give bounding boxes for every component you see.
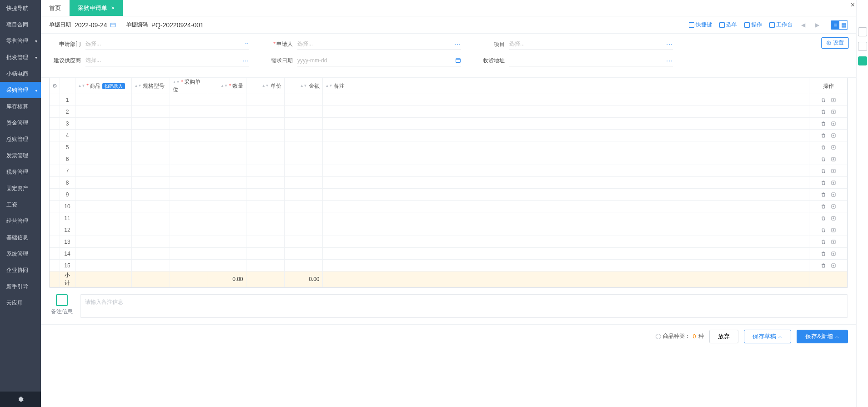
add-icon[interactable] [831, 251, 836, 256]
table-row[interactable]: 14 [50, 248, 848, 260]
add-icon[interactable] [831, 109, 836, 115]
add-icon[interactable] [831, 121, 836, 126]
link-shortcut[interactable]: 快捷键 [689, 21, 712, 29]
sidebar-item-17[interactable]: 新手引导 [0, 278, 41, 295]
sidebar-item-12[interactable]: 工资 [0, 196, 41, 213]
grid-settings-icon[interactable]: ⚙ [50, 78, 60, 94]
calendar-icon[interactable] [110, 22, 116, 28]
delete-icon[interactable] [821, 192, 826, 197]
sidebar-item-5[interactable]: 采购管理◂ [0, 82, 41, 98]
table-row[interactable]: 12 [50, 224, 848, 236]
sidebar-item-14[interactable]: 基础信息 [0, 229, 41, 246]
sidebar-item-16[interactable]: 企业协同 [0, 262, 41, 278]
close-icon[interactable]: × [851, 1, 855, 9]
table-row[interactable]: 4 [50, 130, 848, 141]
table-row[interactable]: 7 [50, 165, 848, 177]
col-spec[interactable]: ▲▼规格型号 [131, 78, 170, 94]
sidebar-item-6[interactable]: 库存核算 [0, 98, 41, 115]
add-icon[interactable] [831, 168, 836, 174]
col-price[interactable]: ▲▼单价 [246, 78, 284, 94]
sidebar-item-1[interactable]: 项目合同 [0, 16, 41, 33]
link-workbench[interactable]: 工作台 [769, 21, 793, 29]
discard-button[interactable]: 放弃 [709, 330, 738, 343]
sidebar-item-0[interactable]: 快捷导航 [0, 0, 41, 16]
project-select[interactable]: 选择...··· [509, 38, 673, 50]
save-draft-button[interactable]: 保存草稿︿ [744, 330, 791, 343]
table-row[interactable]: 10 [50, 201, 848, 212]
add-icon[interactable] [831, 239, 836, 245]
scan-badge[interactable]: 扫码录入 [102, 83, 125, 89]
applicant-select[interactable]: 选择...··· [297, 38, 461, 50]
col-unit[interactable]: ▲▼*采购单位 [170, 78, 208, 94]
add-icon[interactable] [831, 227, 836, 233]
table-row[interactable]: 15 [50, 260, 848, 271]
delete-icon[interactable] [821, 133, 826, 138]
delete-icon[interactable] [821, 145, 826, 150]
sidebar-item-7[interactable]: 资金管理 [0, 115, 41, 131]
table-row[interactable]: 2 [50, 106, 848, 118]
col-product[interactable]: ▲▼*商品扫码录入 [75, 78, 131, 94]
add-icon[interactable] [831, 216, 836, 221]
rail-attach-icon[interactable] [858, 42, 867, 51]
col-remark[interactable]: ▲▼备注 [322, 78, 809, 94]
sidebar-item-9[interactable]: 发票管理 [0, 147, 41, 164]
nav-prev-icon[interactable]: ◀ [800, 22, 807, 28]
add-icon[interactable] [831, 97, 836, 103]
table-row[interactable]: 5 [50, 141, 848, 153]
dept-select[interactable]: 选择...﹀ [85, 38, 249, 50]
delete-icon[interactable] [821, 239, 826, 245]
save-new-button[interactable]: 保存&新增︿ [797, 330, 848, 343]
sidebar-item-13[interactable]: 经营管理 [0, 213, 41, 229]
table-row[interactable]: 3 [50, 118, 848, 130]
delete-icon[interactable] [821, 156, 826, 162]
nav-next-icon[interactable]: ▶ [814, 22, 821, 28]
delete-icon[interactable] [821, 109, 826, 115]
delete-icon[interactable] [821, 227, 826, 233]
sidebar-item-11[interactable]: 固定资产 [0, 180, 41, 196]
add-icon[interactable] [831, 192, 836, 197]
remarks-input[interactable] [80, 294, 848, 318]
sidebar-item-4[interactable]: 小畅电商 [0, 65, 41, 82]
link-operate[interactable]: 操作 [744, 21, 762, 29]
delete-icon[interactable] [821, 216, 826, 221]
rail-tile-icon[interactable] [858, 27, 867, 36]
col-amount[interactable]: ▲▼金额 [284, 78, 322, 94]
sidebar-item-18[interactable]: 云应用 [0, 295, 41, 311]
link-bill[interactable]: 选单 [719, 21, 737, 29]
sidebar-item-10[interactable]: 税务管理 [0, 164, 41, 180]
table-row[interactable]: 1 [50, 94, 848, 106]
date-value[interactable]: 2022-09-24 [75, 21, 107, 29]
table-row[interactable]: 9 [50, 189, 848, 201]
delete-icon[interactable] [821, 180, 826, 186]
rail-expand-icon[interactable] [858, 56, 867, 65]
supplier-select[interactable]: 选择...··· [85, 55, 249, 66]
delete-icon[interactable] [821, 251, 826, 256]
add-icon[interactable] [831, 133, 836, 138]
delete-icon[interactable] [821, 168, 826, 174]
addr-input[interactable]: ··· [509, 55, 673, 66]
sidebar-item-2[interactable]: 零售管理▾ [0, 33, 41, 49]
delete-icon[interactable] [821, 263, 826, 268]
table-row[interactable]: 13 [50, 236, 848, 248]
delete-icon[interactable] [821, 121, 826, 126]
sidebar-item-8[interactable]: 总账管理 [0, 131, 41, 147]
add-icon[interactable] [831, 156, 836, 162]
sidebar-item-15[interactable]: 系统管理 [0, 246, 41, 262]
table-row[interactable]: 8 [50, 177, 848, 189]
needdate-input[interactable]: yyyy-mm-dd [297, 55, 461, 66]
col-qty[interactable]: ▲▼*数量 [208, 78, 246, 94]
add-icon[interactable] [831, 204, 836, 209]
close-icon[interactable]: ✕ [111, 5, 115, 10]
delete-icon[interactable] [821, 97, 826, 103]
tab-0[interactable]: 首页 [41, 0, 70, 16]
sidebar-item-3[interactable]: 批发管理▾ [0, 49, 41, 65]
add-icon[interactable] [831, 145, 836, 150]
add-icon[interactable] [831, 263, 836, 268]
view-grid-icon[interactable]: ▦ [839, 21, 848, 29]
sidebar-settings[interactable] [0, 392, 41, 407]
settings-button[interactable]: 设置 [821, 37, 849, 49]
delete-icon[interactable] [821, 204, 826, 209]
add-icon[interactable] [831, 180, 836, 186]
table-row[interactable]: 11 [50, 212, 848, 224]
tab-1[interactable]: 采购申请单✕ [70, 0, 123, 16]
